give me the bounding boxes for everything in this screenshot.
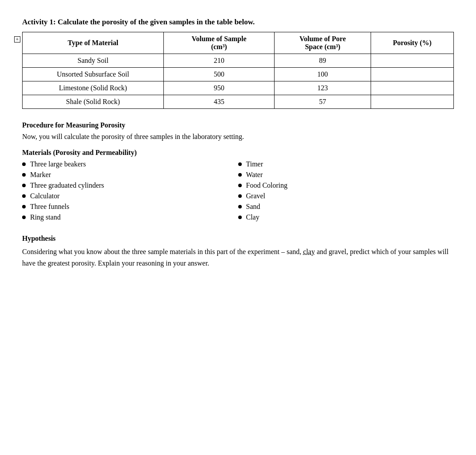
cell-volume-sample: 435	[163, 95, 274, 109]
right-materials-list: TimerWaterFood ColoringGravelSandClay	[238, 160, 454, 221]
table-row: Limestone (Solid Rock)950123	[23, 81, 454, 95]
materials-section: Materials (Porosity and Permeability) Th…	[22, 149, 454, 224]
cell-porosity[interactable]	[371, 54, 453, 68]
list-item-label: Three large beakers	[30, 160, 86, 168]
col-header-porosity: Porosity (%)	[371, 32, 453, 54]
list-item: Three large beakers	[22, 160, 238, 168]
cell-volume-sample: 950	[163, 81, 274, 95]
materials-columns: Three large beakersMarkerThree graduated…	[22, 160, 454, 224]
list-item-label: Ring stand	[30, 213, 61, 221]
bullet-icon	[238, 184, 242, 187]
list-item-label: Water	[246, 171, 263, 179]
hypothesis-heading: Hypothesis	[22, 235, 454, 243]
table-row: Sandy Soil21089	[23, 54, 454, 68]
list-item: Water	[238, 171, 454, 179]
list-item: Clay	[238, 213, 454, 221]
procedure-heading: Procedure for Measuring Porosity	[22, 121, 454, 129]
bullet-icon	[238, 194, 242, 198]
materials-right-col: TimerWaterFood ColoringGravelSandClay	[238, 160, 454, 224]
cell-volume-pore: 123	[275, 81, 371, 95]
bullet-icon	[22, 162, 26, 166]
bullet-icon	[238, 162, 242, 166]
activity-title: Activity 1: Calculate the porosity of th…	[22, 18, 454, 27]
hypothesis-text: Considering what you know about the thre…	[22, 246, 454, 269]
cell-volume-sample: 500	[163, 68, 274, 81]
list-item-label: Sand	[246, 203, 260, 211]
list-item: Marker	[22, 171, 238, 179]
cell-material: Shale (Solid Rock)	[23, 95, 164, 109]
cell-volume-sample: 210	[163, 54, 274, 68]
list-item-label: Three funnels	[30, 203, 69, 211]
cell-porosity[interactable]	[371, 81, 453, 95]
table-row: Unsorted Subsurface Soil500100	[23, 68, 454, 81]
col-header-volume-pore: Volume of Pore Space (cm³)	[275, 32, 371, 54]
list-item: Sand	[238, 203, 454, 211]
cell-material: Limestone (Solid Rock)	[23, 81, 164, 95]
cell-volume-pore: 100	[275, 68, 371, 81]
list-item-label: Clay	[246, 213, 259, 221]
bullet-icon	[22, 205, 26, 208]
cell-material: Unsorted Subsurface Soil	[23, 68, 164, 81]
clay-underline: clay	[303, 248, 315, 255]
list-item-label: Timer	[246, 160, 263, 168]
cell-material: Sandy Soil	[23, 54, 164, 68]
list-item-label: Marker	[30, 171, 51, 179]
bullet-icon	[22, 173, 26, 177]
list-item-label: Gravel	[246, 192, 266, 200]
list-item: Food Coloring	[238, 181, 454, 189]
bullet-icon	[22, 194, 26, 198]
cell-porosity[interactable]	[371, 95, 453, 109]
col-header-volume-sample: Volume of Sample (cm³)	[163, 32, 274, 54]
list-item-label: Calculator	[30, 192, 60, 200]
list-item: Three funnels	[22, 203, 238, 211]
cell-volume-pore: 89	[275, 54, 371, 68]
table-row: Shale (Solid Rock)43557	[23, 95, 454, 109]
materials-heading: Materials (Porosity and Permeability)	[22, 149, 454, 157]
list-item-label: Three graduated cylinders	[30, 181, 104, 189]
list-item: Timer	[238, 160, 454, 168]
col-header-material: Type of Material	[23, 32, 164, 54]
porosity-table: Type of Material Volume of Sample (cm³) …	[22, 32, 454, 109]
bullet-icon	[22, 216, 26, 219]
list-item: Three graduated cylinders	[22, 181, 238, 189]
list-item-label: Food Coloring	[246, 181, 288, 189]
left-materials-list: Three large beakersMarkerThree graduated…	[22, 160, 238, 221]
list-item: Calculator	[22, 192, 238, 200]
list-item: Ring stand	[22, 213, 238, 221]
procedure-text: Now, you will calculate the porosity of …	[22, 133, 454, 141]
expand-icon[interactable]: +	[14, 36, 20, 42]
materials-left-col: Three large beakersMarkerThree graduated…	[22, 160, 238, 224]
cell-volume-pore: 57	[275, 95, 371, 109]
bullet-icon	[238, 173, 242, 177]
cell-porosity[interactable]	[371, 68, 453, 81]
bullet-icon	[238, 216, 242, 219]
hypothesis-section: Hypothesis Considering what you know abo…	[22, 235, 454, 269]
bullet-icon	[22, 184, 26, 187]
table-container: + Type of Material Volume of Sample (cm³…	[22, 32, 454, 109]
bullet-icon	[238, 205, 242, 208]
list-item: Gravel	[238, 192, 454, 200]
